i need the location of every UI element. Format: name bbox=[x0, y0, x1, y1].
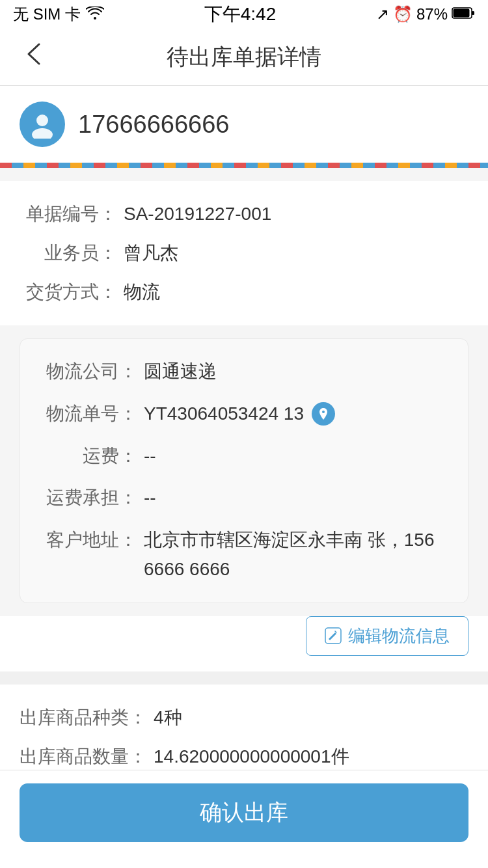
logistics-freight-row: 运费： -- bbox=[40, 442, 448, 471]
sim-text: 无 SIM 卡 bbox=[13, 4, 81, 25]
logistics-freight-bearer-value: -- bbox=[144, 483, 448, 513]
logistics-company-value: 圆通速递 bbox=[144, 357, 448, 387]
logistics-address-label: 客户地址： bbox=[40, 526, 137, 555]
page-title: 待出库单据详情 bbox=[167, 42, 321, 72]
status-bar: 无 SIM 卡 下午4:42 ↗ ⏰ 87% bbox=[0, 0, 488, 29]
order-no-value: SA-20191227-001 bbox=[124, 200, 468, 228]
customer-header: 17666666666 bbox=[0, 86, 488, 163]
delivery-label: 交货方式： bbox=[20, 278, 117, 306]
order-info-section: 单据编号： SA-20191227-001 业务员： 曾凡杰 交货方式： 物流 bbox=[0, 181, 488, 325]
status-time: 下午4:42 bbox=[204, 2, 277, 27]
logistics-freight-value: -- bbox=[144, 442, 448, 471]
goods-quantity-row: 出库商品数量： 14.620000000000001件 bbox=[20, 743, 468, 770]
logistics-freight-bearer-row: 运费承担： -- bbox=[40, 483, 448, 513]
svg-rect-1 bbox=[454, 9, 470, 18]
salesman-label: 业务员： bbox=[20, 239, 117, 267]
confirm-button-area: 确认出库 bbox=[0, 770, 488, 868]
logistics-address-value: 北京市市辖区海淀区永丰南 张，156 6666 6666 bbox=[144, 526, 448, 584]
confirm-button[interactable]: 确认出库 bbox=[20, 783, 468, 842]
delivery-value: 物流 bbox=[124, 278, 468, 306]
wifi-icon bbox=[86, 5, 104, 23]
goods-types-value: 4种 bbox=[154, 704, 468, 731]
logistics-company-row: 物流公司： 圆通速递 bbox=[40, 357, 448, 387]
logistics-tracking-value-wrap: YT43064053424 13 bbox=[144, 400, 448, 429]
logistics-card: 物流公司： 圆通速递 物流单号： YT43064053424 13 运费： --… bbox=[20, 338, 468, 603]
salesman-value: 曾凡杰 bbox=[124, 239, 468, 267]
svg-point-4 bbox=[32, 128, 53, 139]
order-no-row: 单据编号： SA-20191227-001 bbox=[20, 200, 468, 228]
goods-types-label: 出库商品种类： bbox=[20, 704, 147, 731]
edit-logistics-label: 编辑物流信息 bbox=[348, 625, 450, 647]
location-status-icon: ↗ bbox=[376, 5, 389, 23]
svg-point-3 bbox=[36, 115, 48, 126]
logistics-freight-bearer-label: 运费承担： bbox=[40, 483, 137, 513]
nav-bar: 待出库单据详情 bbox=[0, 29, 488, 86]
decorative-line bbox=[0, 163, 488, 168]
salesman-row: 业务员： 曾凡杰 bbox=[20, 239, 468, 267]
section-divider bbox=[0, 671, 488, 685]
logistics-address-row: 客户地址： 北京市市辖区海淀区永丰南 张，156 6666 6666 bbox=[40, 526, 448, 584]
logistics-tracking-label: 物流单号： bbox=[40, 400, 137, 429]
svg-point-5 bbox=[322, 411, 325, 413]
goods-quantity-value: 14.620000000000001件 bbox=[154, 743, 468, 770]
status-left: 无 SIM 卡 bbox=[13, 4, 104, 25]
edit-logistics-button[interactable]: 编辑物流信息 bbox=[306, 616, 468, 656]
customer-phone: 17666666666 bbox=[78, 111, 229, 139]
goods-quantity-label: 出库商品数量： bbox=[20, 743, 147, 770]
logistics-tracking-value: YT43064053424 13 bbox=[144, 400, 304, 429]
battery-icon bbox=[452, 5, 475, 23]
svg-rect-2 bbox=[472, 11, 474, 15]
back-button[interactable] bbox=[20, 35, 48, 79]
edit-logistics-wrap: 编辑物流信息 bbox=[0, 616, 488, 671]
goods-types-row: 出库商品种类： 4种 bbox=[20, 704, 468, 731]
logistics-company-label: 物流公司： bbox=[40, 357, 137, 387]
alarm-icon: ⏰ bbox=[393, 5, 413, 23]
logistics-tracking-row: 物流单号： YT43064053424 13 bbox=[40, 400, 448, 429]
delivery-row: 交货方式： 物流 bbox=[20, 278, 468, 306]
battery-text: 87% bbox=[416, 5, 448, 23]
status-right: ↗ ⏰ 87% bbox=[376, 5, 475, 23]
tracking-location-icon[interactable] bbox=[312, 402, 335, 426]
logistics-freight-label: 运费： bbox=[40, 442, 137, 471]
avatar bbox=[20, 102, 65, 147]
order-no-label: 单据编号： bbox=[20, 200, 117, 228]
